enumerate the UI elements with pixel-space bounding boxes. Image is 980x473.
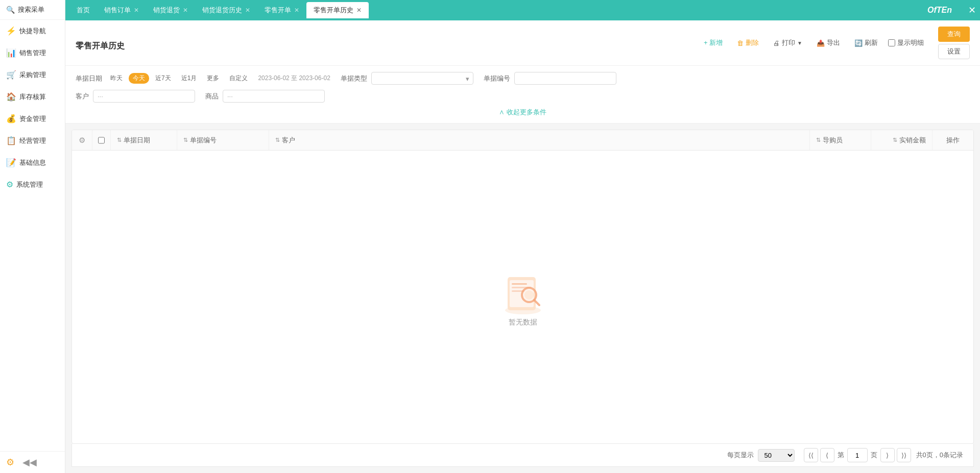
- th-amount[interactable]: ⇅ 实销金额: [871, 130, 933, 150]
- sort-guide-icon: ⇅: [816, 137, 821, 143]
- filter-collapse-btn[interactable]: ∧ 收起更多条件: [76, 108, 970, 117]
- doc-type-select[interactable]: [371, 72, 473, 85]
- page-first-btn[interactable]: ⟨⟨: [804, 448, 818, 462]
- page-last-btn[interactable]: ⟩⟩: [897, 448, 911, 462]
- sidebar-item-label: 销售管理: [19, 48, 46, 58]
- tab-sales-return-history[interactable]: 销货退货历史 ✕: [195, 2, 257, 18]
- quick-nav-icon: ⚡: [6, 26, 16, 36]
- print-dropdown-icon: ▼: [797, 40, 802, 46]
- sidebar-search-item[interactable]: 🔍 搜索采单: [0, 0, 65, 20]
- tab-sales-return[interactable]: 销货退货 ✕: [146, 2, 195, 18]
- tab-sales-return-history-close[interactable]: ✕: [245, 7, 250, 14]
- pagination-bar: 每页显示 50 10 20 100 ⟨⟨ ⟨ 第 1 页 ⟩ ⟩⟩ 共0页，0条…: [71, 444, 974, 467]
- collapse-label: ∧ 收起更多条件: [499, 108, 546, 117]
- table-select-all-checkbox[interactable]: [98, 137, 105, 144]
- tab-retail-open-history-label: 零售开单历史: [314, 6, 353, 15]
- sidebar-item-quick-nav[interactable]: ⚡ 快捷导航: [0, 20, 65, 42]
- sidebar-search-label: 搜索采单: [18, 5, 44, 14]
- tab-sales-order-label: 销售订单: [104, 6, 131, 15]
- doc-num-input[interactable]: [514, 72, 616, 85]
- per-page-select[interactable]: 50 10 20 100: [758, 449, 795, 462]
- doc-num-filter-field: 单据编号: [484, 72, 616, 85]
- print-button[interactable]: 🖨 打印 ▼: [769, 36, 806, 49]
- settings-button[interactable]: 设置: [938, 44, 970, 59]
- sidebar-item-operations[interactable]: 📋 经营管理: [0, 130, 65, 152]
- pagination-page: 第 1 页: [838, 448, 877, 462]
- th-num-label: 单据编号: [190, 136, 217, 145]
- tab-home-label: 首页: [77, 6, 90, 15]
- goods-input[interactable]: ···: [223, 90, 325, 103]
- export-button[interactable]: 📤 导出: [812, 36, 844, 49]
- pagination-total: 共0页，0条记录: [916, 451, 963, 460]
- page-number-input[interactable]: 1: [847, 448, 868, 462]
- date-custom-btn[interactable]: 自定义: [225, 73, 252, 84]
- sidebar-item-label: 采购管理: [19, 70, 46, 80]
- customer-input[interactable]: ···: [93, 90, 195, 103]
- display-detail-button[interactable]: 显示明细: [888, 38, 924, 47]
- date-7days-btn[interactable]: 近7天: [151, 73, 175, 84]
- sidebar-bottom: ⚙ ◀◀: [0, 451, 65, 473]
- tab-retail-open-close[interactable]: ✕: [294, 7, 299, 14]
- sidebar-item-label: 库存核算: [19, 92, 46, 102]
- print-icon: 🖨: [773, 39, 780, 47]
- purchase-icon: 🛒: [6, 70, 16, 80]
- svg-point-7: [524, 290, 534, 300]
- tab-sales-return-close[interactable]: ✕: [183, 7, 188, 14]
- th-customer[interactable]: ⇅ 客户: [269, 130, 810, 150]
- window-close-icon[interactable]: ✕: [968, 5, 976, 16]
- sidebar-item-system[interactable]: ⚙ 系统管理: [0, 173, 65, 195]
- filter-row-2: 客户 ··· 商品 ···: [76, 90, 970, 103]
- page-title: 零售开单历史: [76, 41, 125, 52]
- sidebar-item-basic[interactable]: 📝 基础信息: [0, 152, 65, 173]
- collapse-icon[interactable]: ◀◀: [22, 457, 37, 468]
- add-button[interactable]: + 新增: [700, 36, 727, 49]
- th-date[interactable]: ⇅ 单据日期: [111, 130, 177, 150]
- delete-button[interactable]: 🗑 删除: [733, 36, 763, 49]
- tab-sales-order[interactable]: 销售订单 ✕: [97, 2, 146, 18]
- th-customer-label: 客户: [282, 136, 295, 145]
- page-header: 零售开单历史 + 新增 🗑 删除 🖨 打印 ▼ 📤 导出 🔄 刷新: [65, 20, 980, 66]
- page-suffix-label: 页: [871, 451, 877, 460]
- export-icon: 📤: [817, 39, 825, 47]
- th-checkbox[interactable]: [92, 130, 111, 150]
- date-more-btn[interactable]: 更多: [203, 73, 223, 84]
- th-settings[interactable]: ⚙: [72, 130, 92, 150]
- print-label: 打印: [782, 38, 795, 47]
- doc-num-label: 单据编号: [484, 74, 510, 83]
- tab-home[interactable]: 首页: [69, 2, 97, 18]
- th-guide[interactable]: ⇅ 导购员: [810, 130, 871, 150]
- settings-gear-icon[interactable]: ⚙: [6, 457, 14, 468]
- tab-retail-open-label: 零售开单: [265, 6, 291, 15]
- sidebar-item-purchase[interactable]: 🛒 采购管理: [0, 64, 65, 86]
- empty-text: 暂无数据: [509, 318, 537, 327]
- page-next-btn[interactable]: ⟩: [880, 448, 895, 462]
- query-button[interactable]: 查询: [938, 27, 970, 42]
- tab-retail-open-history[interactable]: 零售开单历史 ✕: [306, 2, 369, 18]
- th-guide-label: 导购员: [823, 136, 843, 145]
- table-gear-icon[interactable]: ⚙: [79, 136, 85, 145]
- date-today-btn[interactable]: 今天: [129, 73, 149, 84]
- tab-sales-order-close[interactable]: ✕: [134, 7, 139, 14]
- table-header: ⚙ ⇅ 单据日期 ⇅ 单据编号 ⇅ 客户 ⇅ 导购员 ⇅: [72, 130, 973, 151]
- date-label: 单据日期: [76, 74, 102, 83]
- display-detail-checkbox[interactable]: [888, 39, 895, 46]
- tab-retail-open-history-close[interactable]: ✕: [356, 7, 362, 14]
- svg-rect-3: [512, 283, 527, 285]
- page-prev-btn[interactable]: ⟨: [820, 448, 834, 462]
- customer-label: 客户: [76, 92, 89, 101]
- tab-retail-open[interactable]: 零售开单 ✕: [257, 2, 306, 18]
- sidebar-item-inventory[interactable]: 🏠 库存核算: [0, 86, 65, 108]
- refresh-button[interactable]: 🔄 刷新: [850, 36, 882, 49]
- date-1month-btn[interactable]: 近1月: [177, 73, 201, 84]
- th-num[interactable]: ⇅ 单据编号: [177, 130, 269, 150]
- inventory-icon: 🏠: [6, 92, 16, 102]
- sidebar-item-label: 系统管理: [16, 180, 43, 189]
- date-yesterday-btn[interactable]: 昨天: [106, 73, 127, 84]
- goods-label: 商品: [205, 92, 219, 101]
- refresh-label: 刷新: [865, 38, 878, 47]
- filter-area: 单据日期 昨天 今天 近7天 近1月 更多 自定义 2023-06-02 至 2…: [65, 66, 980, 123]
- sidebar-item-finance[interactable]: 💰 资金管理: [0, 108, 65, 130]
- sidebar-item-sales[interactable]: 📊 销售管理: [0, 42, 65, 64]
- sidebar-item-label: 经营管理: [19, 136, 46, 145]
- delete-icon: 🗑: [737, 39, 744, 47]
